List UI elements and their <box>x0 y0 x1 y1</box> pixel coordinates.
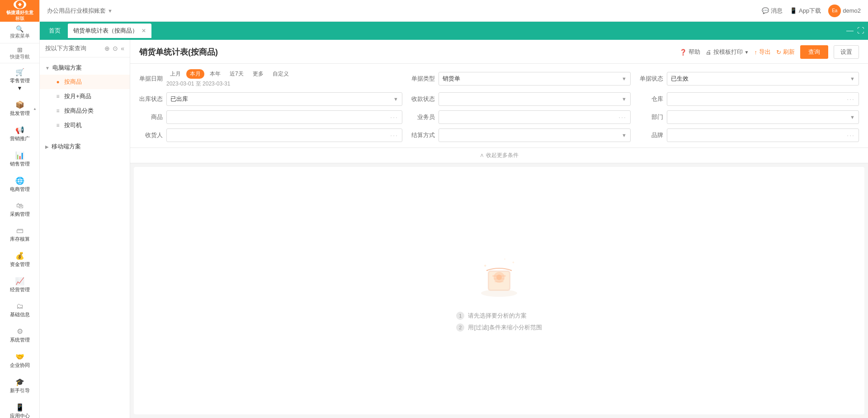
add-scheme-icon[interactable]: ⊕ <box>104 45 110 52</box>
mobile-group-expand-icon: ▶ <box>45 144 49 149</box>
sidebar-item-operations[interactable]: 📈 经营管理 <box>0 272 39 298</box>
marketing-icon: 📢 <box>15 126 24 134</box>
date-tab-thismonth[interactable]: 本月 <box>186 69 204 79</box>
scheme-by-category[interactable]: ≡ 按商品分类 <box>40 104 130 118</box>
sidebar-item-finance[interactable]: 💰 资金管理 <box>0 247 39 272</box>
appcenter-icon: 📱 <box>15 403 24 412</box>
doc-status-control[interactable]: 已生效 ▼ <box>667 72 859 86</box>
print-label: 按模板打印 <box>713 48 743 56</box>
tab-close-icon[interactable]: ✕ <box>142 28 146 34</box>
avatar-initials: Ea <box>832 8 837 13</box>
brand-label: 品牌 <box>640 131 667 139</box>
date-tab-lastmonth[interactable]: 上月 <box>166 69 184 79</box>
tab-maximize-button[interactable]: ⛶ <box>857 27 864 35</box>
sidebar-item-marketing[interactable]: 📢 营销推广 <box>0 121 39 147</box>
warehouse-dots-icon: ··· <box>847 95 855 103</box>
user-profile[interactable]: Ea demo2 <box>828 5 861 17</box>
by-month-icon: ≡ <box>54 93 61 100</box>
scheme-by-month-product[interactable]: ≡ 按月+商品 <box>40 89 130 104</box>
desktop-group-label: 电脑端方案 <box>52 64 82 72</box>
export-button[interactable]: ↑ 导出 <box>755 48 771 56</box>
settings-button[interactable]: 设置 <box>834 45 859 59</box>
settings-scheme-icon[interactable]: ⊙ <box>113 45 118 52</box>
filter-recipient: 收货人 ··· <box>139 128 402 142</box>
by-driver-icon: ≡ <box>54 122 61 129</box>
recipient-control[interactable]: ··· <box>166 128 402 142</box>
recipient-dots-icon: ··· <box>390 132 398 139</box>
avatar: Ea <box>828 5 841 17</box>
sidebar-item-appcenter[interactable]: 📱 应用中心 <box>0 399 39 418</box>
product-dots-icon: ··· <box>390 114 398 121</box>
filter-area: 单据日期 上月 本月 本年 近7天 更多 自定义 2023-03-01 至 20… <box>130 64 868 148</box>
sidebar-item-wholesale[interactable]: 📦 批发管理 <box>0 96 39 121</box>
sidebar-item-system[interactable]: ⚙ 系统管理 <box>0 323 39 348</box>
refresh-button[interactable]: ↻ 刷新 <box>776 48 795 56</box>
scheme-header-label: 按以下方案查询 <box>45 44 86 52</box>
sidebar-item-purchase[interactable]: 🛍 采购管理 <box>0 197 39 222</box>
payment-method-control[interactable]: ▼ <box>439 128 631 142</box>
product-control[interactable]: ··· <box>166 110 402 124</box>
retail-icon: 🛒 <box>15 68 24 76</box>
help-button[interactable]: ❓ 帮助 <box>679 48 700 56</box>
ecommerce-icon: 🌐 <box>15 176 24 185</box>
top-header: 办公用品行业模拟账套 ▼ 💬 消息 📱 App下载 Ea demo2 <box>40 0 868 22</box>
query-button[interactable]: 查询 <box>800 45 828 59</box>
salesperson-dots-icon: ··· <box>618 114 627 121</box>
sidebar-item-basics[interactable]: 🗂 基础信息 <box>0 298 39 323</box>
tab-minimize-button[interactable]: — <box>846 27 854 35</box>
sales-label: 销售管理 <box>10 161 30 167</box>
quick-nav[interactable]: ⊞ 快捷导航 <box>0 43 39 63</box>
page-title: 销货单统计表(按商品) <box>139 47 218 57</box>
out-status-label: 出库状态 <box>139 95 166 103</box>
print-button[interactable]: 🖨 按模板打印 ▼ <box>706 48 749 56</box>
sidebar-item-newbie[interactable]: 🎓 新手引导 <box>0 373 39 399</box>
warehouse-control[interactable]: ··· <box>667 92 859 106</box>
svg-rect-6 <box>492 275 506 277</box>
tab-home[interactable]: 首页 <box>43 24 66 38</box>
sidebar-item-inventory[interactable]: 🗃 库存核算 <box>0 222 39 247</box>
search-menu-label: 搜索菜单 <box>2 33 38 39</box>
app-download-button[interactable]: 📱 App下载 <box>790 7 821 15</box>
page-title-row: 销货单统计表(按商品) ❓ 帮助 🖨 按模板打印 ▼ ↑ <box>139 45 859 63</box>
scheme-by-product[interactable]: ● 按商品 <box>40 75 130 89</box>
desktop-group-header[interactable]: ▼ 电脑端方案 <box>40 61 130 75</box>
collapse-bar[interactable]: ∧ 收起更多条件 <box>130 148 868 163</box>
wholesale-label: 批发管理 <box>10 110 30 117</box>
date-tab-7days[interactable]: 近7天 <box>226 69 247 79</box>
mobile-group-header[interactable]: ▶ 移动端方案 <box>40 140 130 153</box>
header-right: 💬 消息 📱 App下载 Ea demo2 <box>762 5 861 17</box>
payment-status-label: 收款状态 <box>411 95 439 103</box>
doc-type-control[interactable]: 销货单 ▼ <box>439 72 631 86</box>
filter-payment-method: 结算方式 ▼ <box>411 128 631 142</box>
search-menu[interactable]: 🔍 搜索菜单 <box>0 22 39 43</box>
date-label: 单据日期 <box>139 75 166 83</box>
doc-status-value: 已生效 <box>671 75 689 83</box>
out-status-control[interactable]: 已出库 ▼ <box>166 92 402 106</box>
finance-label: 资金管理 <box>10 261 30 268</box>
sidebar-item-cooperation[interactable]: 🤝 企业协同 <box>0 348 39 373</box>
tip-num-1: 1 <box>456 312 464 320</box>
tab-report[interactable]: 销货单统计表（按商品） ✕ <box>68 24 151 38</box>
warehouse-label: 仓库 <box>640 95 667 103</box>
date-tab-thisyear[interactable]: 本年 <box>206 69 224 79</box>
scheme-by-driver[interactable]: ≡ 按司机 <box>40 118 130 133</box>
payment-method-label: 结算方式 <box>411 131 439 139</box>
help-label: 帮助 <box>689 48 700 56</box>
date-tab-more[interactable]: 更多 <box>249 69 267 79</box>
sidebar-item-sales[interactable]: 📊 销售管理 <box>0 147 39 172</box>
industry-chevron-icon: ▼ <box>108 8 113 14</box>
sidebar-item-ecommerce[interactable]: 🌐 电商管理 <box>0 172 39 197</box>
date-tab-custom[interactable]: 自定义 <box>269 69 292 79</box>
collapse-panel-icon[interactable]: « <box>121 45 124 52</box>
messages-button[interactable]: 💬 消息 <box>762 7 783 15</box>
department-control[interactable]: ▼ <box>667 110 859 124</box>
doc-type-label: 单据类型 <box>411 75 439 83</box>
mobile-group-label: 移动端方案 <box>52 142 81 151</box>
empty-tip-1-label: 请先选择要分析的方案 <box>468 312 527 320</box>
brand-control[interactable]: ··· <box>667 128 859 142</box>
industry-selector[interactable]: 办公用品行业模拟账套 ▼ <box>47 7 113 15</box>
doc-type-arrow-icon: ▼ <box>622 76 627 81</box>
sidebar-item-retail[interactable]: 🛒 零售管理 <box>0 63 39 96</box>
payment-status-control[interactable]: ▼ <box>439 92 631 106</box>
salesperson-control[interactable]: ··· <box>439 110 631 124</box>
